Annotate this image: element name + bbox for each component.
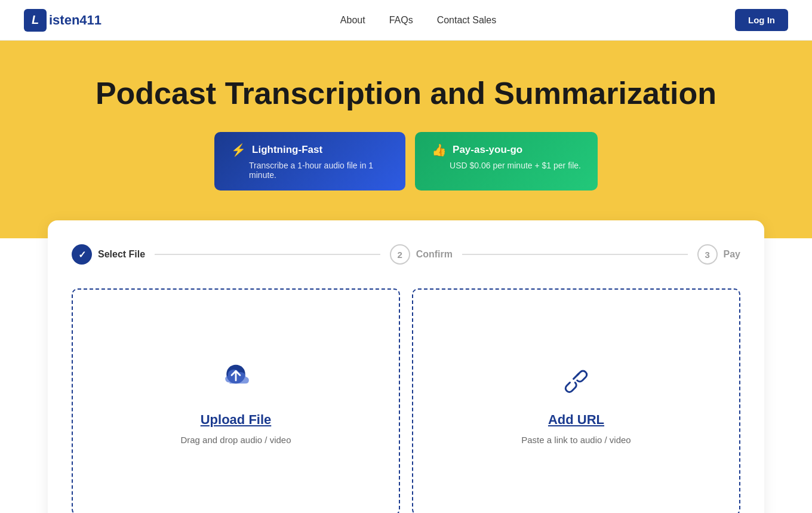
nav-contact-sales[interactable]: Contact Sales <box>437 15 497 26</box>
feature-card-payasyougo: 👍 Pay-as-you-go USD $0.06 per minute + $… <box>415 132 598 191</box>
feature-cards: ⚡ Lightning-Fast Transcribe a 1-hour aud… <box>24 132 788 191</box>
logo[interactable]: L isten411 <box>24 9 102 32</box>
nav-links: About FAQs Contact Sales <box>340 15 496 26</box>
add-url-subtitle: Paste a link to audio / video <box>521 435 630 445</box>
step-pay: 3 Pay <box>697 244 740 265</box>
hero-section: Podcast Transcription and Summarization … <box>0 41 812 238</box>
card-sub-lightning: Transcribe a 1-hour audio file in 1 minu… <box>231 161 389 180</box>
logo-box: L <box>24 9 47 32</box>
step-circle-pay: 3 <box>697 244 718 265</box>
upload-file-zone[interactable]: Upload File Drag and drop audio / video <box>72 288 400 513</box>
login-button[interactable]: Log In <box>735 9 788 31</box>
steps-indicator: ✓ Select File 2 Confirm 3 Pay <box>72 244 740 265</box>
nav-faqs[interactable]: FAQs <box>389 15 413 26</box>
add-url-zone[interactable]: Add URL Paste a link to audio / video <box>412 288 740 513</box>
logo-letter: L <box>32 13 39 27</box>
step-circle-select: ✓ <box>72 244 92 265</box>
step-label-confirm: Confirm <box>416 249 453 260</box>
step-label-select: Select File <box>98 249 145 260</box>
logo-name-text: isten411 <box>49 13 102 27</box>
upload-grid: Upload File Drag and drop audio / video … <box>72 288 740 513</box>
hero-headline: Podcast Transcription and Summarization <box>24 76 788 110</box>
navbar: L isten411 About FAQs Contact Sales Log … <box>0 0 812 41</box>
logo-text: isten411 <box>49 13 102 28</box>
card-sub-payasyougo: USD $0.06 per minute + $1 per file. <box>432 161 581 170</box>
step-line-2 <box>462 254 688 255</box>
main-card: ✓ Select File 2 Confirm 3 Pay <box>48 220 764 513</box>
card-header-lightning: ⚡ Lightning-Fast <box>231 143 389 157</box>
card-title-payasyougo: Pay-as-you-go <box>453 144 522 156</box>
step-confirm: 2 Confirm <box>390 244 453 265</box>
link-icon <box>559 360 593 400</box>
cloud-upload-icon <box>219 360 253 400</box>
card-header-payasyougo: 👍 Pay-as-you-go <box>432 143 581 157</box>
add-url-title: Add URL <box>548 412 604 428</box>
upload-file-title: Upload File <box>201 412 272 428</box>
step-line-1 <box>155 254 380 255</box>
upload-file-subtitle: Drag and drop audio / video <box>180 435 291 445</box>
step-select-file: ✓ Select File <box>72 244 145 265</box>
step-label-pay: Pay <box>724 249 740 260</box>
card-title-lightning: Lightning-Fast <box>252 144 322 156</box>
feature-card-lightning: ⚡ Lightning-Fast Transcribe a 1-hour aud… <box>214 132 405 191</box>
step-circle-confirm: 2 <box>390 244 410 265</box>
nav-about[interactable]: About <box>340 15 365 26</box>
thumbsup-icon: 👍 <box>432 143 447 157</box>
lightning-icon: ⚡ <box>231 143 246 157</box>
